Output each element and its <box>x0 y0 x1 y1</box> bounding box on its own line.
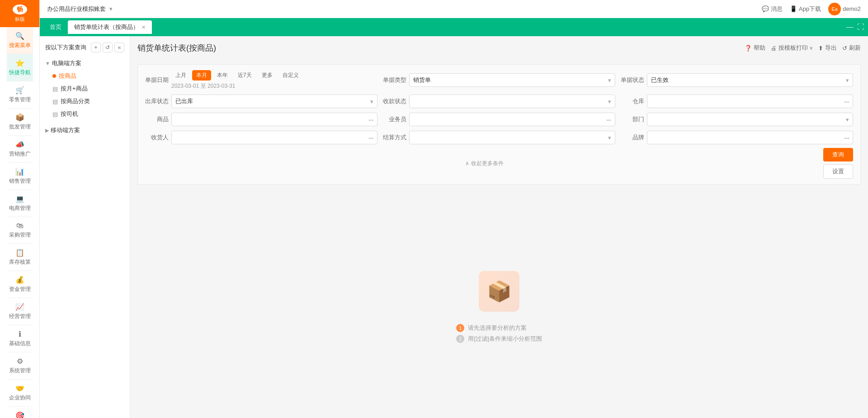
date-pill-7days[interactable]: 近7天 <box>234 70 256 81</box>
app-download-label: App下载 <box>799 5 821 13</box>
sidebar-item-ecommerce[interactable]: 💻电商管理 <box>7 190 33 217</box>
tree-item-by-cashier[interactable]: ▤ 按司机 <box>40 108 130 120</box>
help-btn[interactable]: ❓ 帮助 <box>745 44 765 52</box>
tab-close-icon[interactable]: ✕ <box>142 24 146 30</box>
tree-pc-header[interactable]: ▼ 电脑端方案 <box>40 57 130 70</box>
sidebar-item-basicinfo[interactable]: ℹ基础信息 <box>7 325 33 352</box>
receiptstatus-filter-item: 收款状态 ▾ <box>383 95 615 108</box>
sidebar-icon-finance: 💰 <box>15 276 24 284</box>
tree-dot-icon <box>52 74 56 78</box>
settlement-filter-item: 结算方式 ▾ <box>383 131 615 144</box>
template-print-label: 按模板打印 <box>778 44 808 52</box>
step-num-2: 2 <box>456 335 464 343</box>
sidebar-label-quicknav: 快捷导航 <box>9 69 31 76</box>
brand-control[interactable]: ··· <box>647 131 853 144</box>
sidebar-item-inventory[interactable]: 📋库存核算 <box>7 244 33 271</box>
tab-maximize-icon[interactable]: ⛶ <box>857 23 864 31</box>
empty-state-icon: 📦 <box>479 271 519 312</box>
date-pill-custom[interactable]: 自定义 <box>278 70 303 81</box>
tab-home[interactable]: 首页 <box>43 20 68 34</box>
docstatus-chevron-icon: ▾ <box>846 77 849 84</box>
tree-mobile-label: 移动端方案 <box>51 126 80 134</box>
tree-refresh-btn[interactable]: ↺ <box>103 43 113 52</box>
refresh-icon: ↺ <box>842 45 847 52</box>
sidebar-item-newbie[interactable]: 🎯新手引导 <box>7 407 33 418</box>
sidebar-label-system: 系统管理 <box>9 367 31 375</box>
sidebar-item-finance[interactable]: 💰资金管理 <box>7 271 33 298</box>
sidebar-icon-retail: 🛒 <box>15 86 24 95</box>
dept-filter-item: 部门 ▾ <box>621 113 853 126</box>
filter-row-2: 出库状态 已出库 ▾ 收款状态 ▾ <box>145 95 853 108</box>
filter-row-4: 收货人 ··· 结算方式 ▾ <box>145 131 853 144</box>
recipient-dots-icon: ··· <box>368 134 373 141</box>
settlement-chevron-icon: ▾ <box>608 134 611 141</box>
tree-item-by-product[interactable]: 按商品 <box>40 70 130 82</box>
refresh-btn[interactable]: ↺ 刷新 <box>842 44 861 52</box>
sidebar-icon-newbie: 🎯 <box>15 411 24 418</box>
sidebar-icon-marketing: 📣 <box>15 140 24 149</box>
date-pill-this-year[interactable]: 本年 <box>213 70 232 81</box>
recipient-control[interactable]: ··· <box>171 131 377 144</box>
product-control[interactable]: ··· <box>171 113 377 126</box>
user-area[interactable]: Ea demo2 <box>828 3 861 15</box>
tree-item-by-category[interactable]: ▤ 按商品分类 <box>40 95 130 108</box>
sidebar-item-wholesale[interactable]: 📦批发管理 <box>7 109 33 136</box>
collapse-btn[interactable]: ∧ 收起更多条件 <box>465 160 504 167</box>
tree-add-btn[interactable]: + <box>91 43 101 52</box>
tree-mobile-header[interactable]: ▶ 移动端方案 <box>40 124 130 137</box>
empty-step1-label: 请先选择要分析的方案 <box>468 324 527 332</box>
sidebar-item-quicknav[interactable]: ⭐快捷导航 <box>7 54 33 81</box>
help-icon: ❓ <box>745 45 752 52</box>
doctype-control[interactable]: 销货单 ▾ <box>409 73 615 87</box>
tab-minimize-icon[interactable]: — <box>846 23 854 31</box>
date-pill-this-month[interactable]: 本月 <box>192 70 211 81</box>
settlement-control[interactable]: ▾ <box>409 131 615 144</box>
staff-filter-item: 业务员 ··· <box>383 113 615 126</box>
settings-btn[interactable]: 设置 <box>823 164 853 179</box>
date-pill-more[interactable]: 更多 <box>258 70 277 81</box>
warehouse-control[interactable]: ··· <box>647 95 853 108</box>
tree-section-pc: ▼ 电脑端方案 按商品 ▤ 按月+商品 ▤ 按商品分类 ▤ 按司机 <box>40 55 130 122</box>
empty-step2-label: 用[过滤]条件来缩小分析范围 <box>468 335 542 343</box>
receiptstatus-label: 收款状态 <box>383 97 406 105</box>
tree-pc-label: 电脑端方案 <box>52 59 81 67</box>
sidebar-item-purchase[interactable]: 🛍采购管理 <box>7 217 33 244</box>
avatar: Ea <box>828 3 841 15</box>
workspace-dropdown-icon[interactable]: ▾ <box>109 5 113 12</box>
sidebar-label-ecommerce: 电商管理 <box>9 204 31 212</box>
query-btn[interactable]: 查询 <box>823 148 853 162</box>
collapse-up-icon: ∧ <box>465 160 469 166</box>
app-download-btn[interactable]: 📱 App下载 <box>790 5 821 13</box>
left-panel: 按以下方案查询 + ↺ « ▼ 电脑端方案 按商品 ▤ 按月+商 <box>40 36 130 418</box>
date-pill-last-month[interactable]: 上月 <box>171 70 190 81</box>
outstatus-control[interactable]: 已出库 ▾ <box>171 95 377 108</box>
recipient-label: 收货人 <box>145 133 169 142</box>
sidebar-item-search[interactable]: 🔍搜索菜单 <box>7 27 33 54</box>
export-btn[interactable]: ⬆ 导出 <box>818 44 837 52</box>
sidebar-item-system[interactable]: ⚙系统管理 <box>7 352 33 380</box>
outstatus-filter-item: 出库状态 已出库 ▾ <box>145 95 377 108</box>
tree-grid-icon: ▤ <box>52 86 58 92</box>
warehouse-dots-icon: ··· <box>844 98 849 105</box>
outstatus-chevron-icon: ▾ <box>370 98 373 105</box>
sidebar: 畅 标版 🔍搜索菜单⭐快捷导航🛒零售管理📦批发管理📣营销推广📊销售管理💻电商管理… <box>0 0 40 418</box>
dept-control[interactable]: ▾ <box>647 113 853 126</box>
sidebar-item-retail[interactable]: 🛒零售管理 <box>7 81 33 109</box>
sidebar-item-enterprise[interactable]: 🤝企业协同 <box>7 380 33 407</box>
tab-sales-stat[interactable]: 销货单统计表（按商品） ✕ <box>68 20 152 34</box>
export-label: 导出 <box>825 44 837 52</box>
app-name: 标版 <box>15 16 25 23</box>
recipient-filter-item: 收货人 ··· <box>145 131 377 144</box>
tree-item-by-category-label: 按商品分类 <box>61 97 90 105</box>
tree-item-by-month-product[interactable]: ▤ 按月+商品 <box>40 82 130 95</box>
sidebar-item-operations[interactable]: 📈经营管理 <box>7 298 33 325</box>
message-btn[interactable]: 💬 消息 <box>762 5 783 13</box>
sidebar-item-marketing[interactable]: 📣营销推广 <box>7 136 33 163</box>
docstatus-control[interactable]: 已生效 ▾ <box>647 73 853 87</box>
sidebar-item-sales[interactable]: 📊销售管理 <box>7 163 33 190</box>
sidebar-label-marketing: 营销推广 <box>9 150 31 158</box>
receiptstatus-control[interactable]: ▾ <box>409 95 615 108</box>
template-print-btn[interactable]: 🖨 按模板打印 ▾ <box>771 44 813 52</box>
tree-collapse-btn[interactable]: « <box>114 43 124 52</box>
staff-control[interactable]: ··· <box>409 113 615 126</box>
